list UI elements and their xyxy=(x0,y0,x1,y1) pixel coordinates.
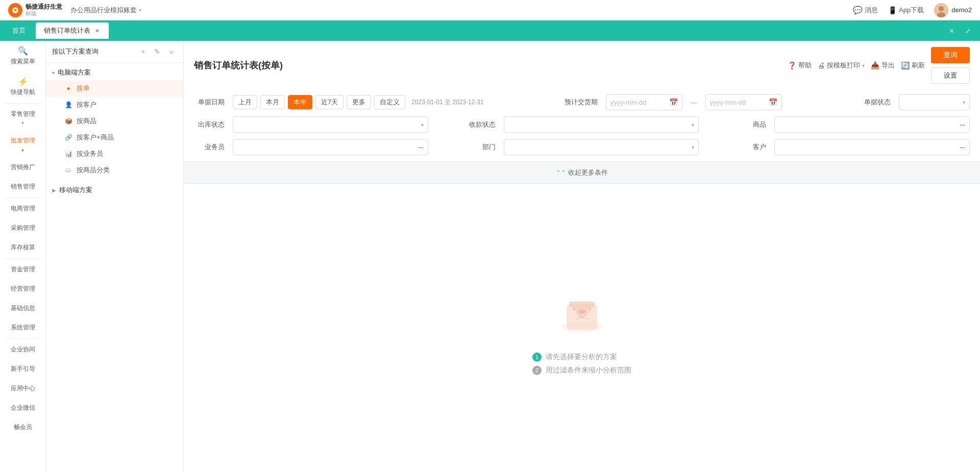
template-print-btn[interactable]: 🖨 按模板打印 ▾ xyxy=(818,61,865,70)
sidebar-item-search[interactable]: 🔍 搜索菜单 xyxy=(0,41,45,72)
sidebar-item-ecommerce[interactable]: 电商管理 xyxy=(0,199,45,219)
page-header: 销售订单统计表(按单) ❓ 帮助 🖨 按模板打印 ▾ 📥 xyxy=(184,41,980,162)
tab-close-icon[interactable]: ✕ xyxy=(93,27,101,34)
collapse-conditions-btn[interactable]: ⌃⌃ 收起更多条件 xyxy=(550,166,614,179)
query-btn[interactable]: 查询 xyxy=(931,47,970,63)
custom-date-btn[interactable]: 自定义 xyxy=(374,95,405,109)
tab-sales-order-stats[interactable]: 销售订单统计表 ✕ xyxy=(36,22,109,39)
sidebar-item-quick-nav[interactable]: ⚡ 快捷导航 xyxy=(0,72,45,102)
content-area: 按以下方案查询 ＋ ✎ « ▾ 电脑端方案 xyxy=(46,41,980,472)
scheme-item-by-customer-label: 按客户 xyxy=(77,100,96,109)
sidebar-item-new-guide[interactable]: 新手引导 xyxy=(0,360,45,379)
filter-row-3: 业务员 ··· 部门 ▾ 客户 xyxy=(194,139,970,155)
customer-more-icon[interactable]: ··· xyxy=(960,144,965,151)
salesperson-select[interactable]: ··· xyxy=(233,139,428,155)
collapse-scheme-btn[interactable]: « xyxy=(166,46,177,57)
payment-status-arrow-icon: ▾ xyxy=(692,122,694,128)
top-bar: 畅捷通好生意 标版 办公用品行业模拟账套 ▾ 💬 消息 📱 App下载 demo… xyxy=(0,0,980,20)
sidebar-retail-label: 零售管理 xyxy=(11,110,35,119)
scheme-item-by-goods-category-label: 按商品分类 xyxy=(77,166,110,175)
order-status-arrow-icon: ▾ xyxy=(963,100,965,105)
empty-tip-1-text: 请先选择要分析的方案 xyxy=(546,352,617,362)
filter-area: 单据日期 上月 本月 本年 近7天 更多 自定义 2023-01-01 至 20… xyxy=(194,88,970,161)
sidebar-item-enterprise[interactable]: 企业协同 xyxy=(0,340,45,360)
delivery-status-select[interactable]: ▾ xyxy=(233,116,428,133)
goods-filter-label: 商品 xyxy=(736,120,766,129)
expected-date-end[interactable]: yyyy-mm-dd 📅 xyxy=(705,94,782,110)
scheme-item-by-customer-goods-label: 按客户+商品 xyxy=(77,133,114,142)
page-header-actions: ❓ 帮助 🖨 按模板打印 ▾ 📥 导出 🔄 xyxy=(788,47,970,84)
this-month-btn[interactable]: 本月 xyxy=(260,95,285,109)
collapse-bar: ⌃⌃ 收起更多条件 xyxy=(184,162,980,184)
payment-status-label: 收款状态 xyxy=(465,120,496,129)
calendar-end-icon: 📅 xyxy=(769,98,777,106)
last-month-btn[interactable]: 上月 xyxy=(233,95,257,109)
sidebar-enterprise-wechat-label: 企业微信 xyxy=(11,404,35,412)
sidebar-ecommerce-label: 电商管理 xyxy=(11,204,35,213)
empty-illustration xyxy=(551,281,612,342)
last-7-btn[interactable]: 近7天 xyxy=(315,95,344,109)
sidebar-item-enterprise-wechat[interactable]: 企业微信 xyxy=(0,398,45,418)
main-layout: 🔍 搜索菜单 ⚡ 快捷导航 零售管理 ▾ 批发管理 ▴ 营销推广 销售管理 电商… xyxy=(0,41,980,472)
by-customer-icon: 👤 xyxy=(64,101,72,109)
salesperson-more-icon[interactable]: ··· xyxy=(418,144,424,151)
scheme-item-by-goods[interactable]: 📦 按商品 xyxy=(46,113,183,129)
goods-more-icon[interactable]: ··· xyxy=(960,121,965,129)
date-range-dash: — xyxy=(691,99,697,106)
sidebar-item-purchase[interactable]: 采购管理 xyxy=(0,219,45,238)
sidebar-item-retail[interactable]: 零售管理 ▾ xyxy=(0,105,45,131)
scheme-item-by-goods-label: 按商品 xyxy=(77,116,96,126)
payment-status-select[interactable]: ▾ xyxy=(504,116,699,133)
sidebar-item-finance[interactable]: 资金管理 xyxy=(0,260,45,279)
retail-arrow-icon: ▾ xyxy=(21,120,24,126)
add-scheme-btn[interactable]: ＋ xyxy=(137,46,149,57)
by-customer-goods-icon: 🔗 xyxy=(64,133,72,141)
sidebar: 🔍 搜索菜单 ⚡ 快捷导航 零售管理 ▾ 批发管理 ▴ 营销推广 销售管理 电商… xyxy=(0,41,46,472)
customer-select[interactable]: ··· xyxy=(774,139,970,155)
more-date-btn[interactable]: 更多 xyxy=(347,95,371,109)
goods-select[interactable]: ··· xyxy=(774,116,970,133)
this-year-btn[interactable]: 本年 xyxy=(288,95,312,109)
sidebar-wholesale-label: 批发管理 xyxy=(11,136,35,145)
expected-date-start[interactable]: yyyy-mm-dd 📅 xyxy=(606,94,682,110)
workspace-selector[interactable]: 办公用品行业模拟账套 ▾ xyxy=(66,4,145,17)
export-btn[interactable]: 📥 导出 xyxy=(871,61,895,70)
help-btn[interactable]: ❓ 帮助 xyxy=(788,61,812,70)
department-select[interactable]: ▾ xyxy=(504,139,699,155)
order-status-label: 单据状态 xyxy=(860,98,891,107)
maximize-btn[interactable]: ⤢ xyxy=(962,25,974,37)
message-btn[interactable]: 💬 消息 xyxy=(853,6,878,15)
sidebar-item-sales[interactable]: 销售管理 xyxy=(0,177,45,197)
sidebar-divider-4 xyxy=(4,339,41,339)
sidebar-item-basic-info[interactable]: 基础信息 xyxy=(0,299,45,318)
delivery-status-arrow-icon: ▾ xyxy=(421,122,424,128)
export-label: 导出 xyxy=(881,61,895,70)
scheme-item-by-customer-goods[interactable]: 🔗 按客户+商品 xyxy=(46,129,183,146)
add-scheme-icon: ＋ xyxy=(140,47,146,56)
close-all-tabs-btn[interactable]: ✕ xyxy=(945,25,958,37)
refresh-btn[interactable]: 🔄 刷新 xyxy=(901,61,925,70)
mobile-scheme-group-header[interactable]: ▶ 移动端方案 xyxy=(46,182,183,198)
export-icon: 📥 xyxy=(871,61,879,69)
sidebar-item-member[interactable]: 畅会员 xyxy=(0,418,45,437)
desktop-scheme-group-header[interactable]: ▾ 电脑端方案 xyxy=(46,65,183,80)
sidebar-item-system[interactable]: 系统管理 xyxy=(0,318,45,338)
settings-btn[interactable]: 设置 xyxy=(931,67,970,84)
scheme-panel-actions: ＋ ✎ « xyxy=(137,46,177,57)
app-download-btn[interactable]: 📱 App下载 xyxy=(888,6,924,15)
user-area[interactable]: demo2 xyxy=(934,3,972,17)
sidebar-item-inventory[interactable]: 库存核算 xyxy=(0,238,45,257)
sidebar-item-app-center[interactable]: 应用中心 xyxy=(0,379,45,398)
sidebar-item-operations[interactable]: 经营管理 xyxy=(0,279,45,299)
order-status-select[interactable]: ▾ xyxy=(899,94,970,110)
scheme-item-by-salesperson[interactable]: 📊 按业务员 xyxy=(46,146,183,162)
scheme-item-by-order[interactable]: ● 按单 xyxy=(46,80,183,97)
edit-scheme-btn[interactable]: ✎ xyxy=(152,46,163,57)
scheme-item-by-goods-category[interactable]: 🗂 按商品分类 xyxy=(46,162,183,178)
scheme-item-by-customer[interactable]: 👤 按客户 xyxy=(46,97,183,113)
sidebar-item-wholesale[interactable]: 批发管理 ▴ xyxy=(0,131,45,158)
tip-num-2: 2 xyxy=(532,366,542,375)
tab-home[interactable]: 首页 xyxy=(4,22,34,39)
sidebar-item-marketing[interactable]: 营销推广 xyxy=(0,158,45,177)
sidebar-inventory-label: 库存核算 xyxy=(11,243,35,252)
